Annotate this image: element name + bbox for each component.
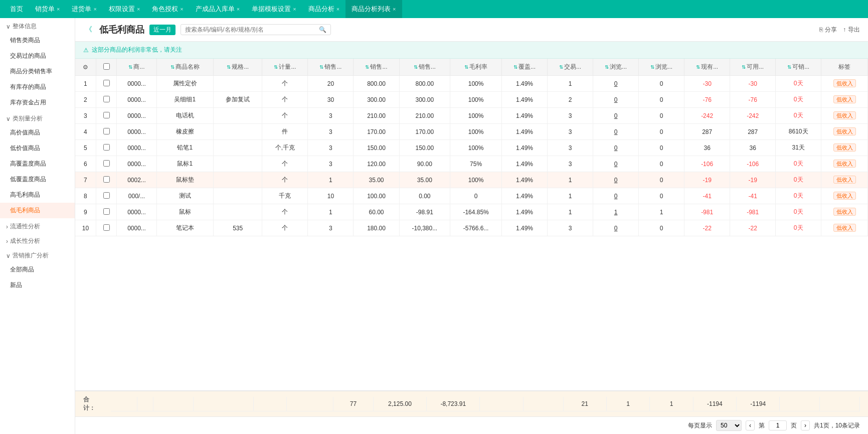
prev-page-btn[interactable]: ‹	[746, 420, 755, 430]
row-checkbox[interactable]	[96, 76, 117, 92]
nav-close-template-settings[interactable]: ×	[293, 6, 296, 12]
row-checkbox[interactable]	[96, 92, 117, 108]
sidebar-collapse-btn[interactable]: 《	[83, 23, 94, 36]
row-browse1[interactable]: 0	[593, 76, 639, 92]
col-stock-current[interactable]: ⇅现有...	[684, 59, 730, 76]
nav-close-permissions[interactable]: ×	[137, 6, 140, 12]
row-checkbox[interactable]	[96, 108, 117, 124]
col-coverage[interactable]: ⇅覆盖...	[502, 59, 548, 76]
sidebar-item-low-value[interactable]: 低价值商品	[0, 140, 75, 156]
row-gross-margin: 100%	[450, 92, 502, 108]
row-checkbox[interactable]	[96, 220, 117, 236]
sidebar-item-low-coverage[interactable]: 低覆盖度商品	[0, 172, 75, 187]
sidebar-item-category-sales-rate[interactable]: 商品分类销售率	[0, 64, 75, 79]
col-sales-qty[interactable]: ⇅销售...	[308, 59, 354, 76]
row-browse1[interactable]: 0	[593, 108, 639, 124]
row-browse1[interactable]: 1	[593, 204, 639, 220]
nav-purchase[interactable]: 进货单 ×	[66, 0, 102, 18]
export-btn[interactable]: ↑ 导出	[843, 26, 860, 34]
top-nav: 首页 销货单 × 进货单 × 权限设置 × 角色授权 × 产成品入库单 × 单据…	[0, 0, 868, 18]
row-num: 9	[75, 204, 96, 220]
col-code[interactable]: ⇅商...	[117, 59, 156, 76]
row-browse1[interactable]: 0	[593, 188, 639, 204]
nav-template-settings[interactable]: 单据模板设置 ×	[246, 0, 302, 18]
col-stock-sell[interactable]: ⇅可销...	[776, 59, 821, 76]
sidebar-group-category-analysis[interactable]: ∨ 类别量分析	[0, 110, 75, 125]
nav-close-sales[interactable]: ×	[57, 6, 60, 12]
row-stock-sell: 31天	[776, 140, 821, 156]
sidebar: ∨ 整体信息 销售类商品 交易过的商品 商品分类销售率 有库存的商品 库存资金占…	[0, 18, 75, 434]
col-name[interactable]: ⇅商品名称	[156, 59, 213, 76]
row-browse1[interactable]: 0	[593, 172, 639, 188]
table-row: 2 0000... 吴细细1 参加复试 个 30 300.00 300.00 1…	[75, 92, 868, 108]
sidebar-item-high-profit[interactable]: 高毛利商品	[0, 187, 75, 203]
per-page-select[interactable]: 50 100 200	[716, 420, 742, 431]
sidebar-item-traded-products[interactable]: 交易过的商品	[0, 48, 75, 64]
row-spec: 535	[214, 220, 262, 236]
nav-role-auth[interactable]: 角色授权 ×	[146, 0, 189, 18]
row-checkbox[interactable]	[96, 156, 117, 172]
nav-close-purchase[interactable]: ×	[93, 6, 96, 12]
row-checkbox[interactable]	[96, 204, 117, 220]
sidebar-group-marketing[interactable]: ∨ 营销推广分析	[0, 247, 75, 262]
sidebar-item-stock-capital[interactable]: 库存资金占用	[0, 95, 75, 110]
select-all-checkbox[interactable]	[103, 63, 110, 70]
row-checkbox[interactable]	[96, 172, 117, 188]
nav-sales[interactable]: 销货单 ×	[29, 0, 66, 18]
row-browse1[interactable]: 0	[593, 124, 639, 140]
col-gear[interactable]: ⚙	[75, 59, 96, 76]
col-checkbox[interactable]	[96, 59, 117, 76]
col-sales-amount[interactable]: ⇅销售...	[354, 59, 399, 76]
nav-close-product-analysis-list[interactable]: ×	[393, 6, 396, 12]
row-stock-current: -242	[684, 108, 730, 124]
col-gross-margin[interactable]: ⇅毛利率	[450, 59, 502, 76]
sidebar-item-low-profit[interactable]: 低毛利商品	[0, 203, 75, 218]
next-page-btn[interactable]: ›	[801, 420, 810, 430]
col-stock-avail[interactable]: ⇅可用...	[730, 59, 776, 76]
sidebar-item-high-value[interactable]: 高价值商品	[0, 125, 75, 140]
row-browse1[interactable]: 0	[593, 220, 639, 236]
row-sales-profit: 800.00	[399, 76, 450, 92]
row-stock-current: -981	[684, 204, 730, 220]
col-sales-profit[interactable]: ⇅销售...	[399, 59, 450, 76]
sidebar-item-stocked-products[interactable]: 有库存的商品	[0, 79, 75, 95]
row-tag: 低收入	[821, 76, 868, 92]
sidebar-item-sales-products[interactable]: 销售类商品	[0, 33, 75, 48]
row-browse1[interactable]: 0	[593, 140, 639, 156]
row-trade-count: 1	[548, 188, 593, 204]
row-browse1[interactable]: 0	[593, 156, 639, 172]
time-tag-btn[interactable]: 近一月	[149, 25, 176, 35]
row-checkbox[interactable]	[96, 124, 117, 140]
row-checkbox[interactable]	[96, 140, 117, 156]
col-browse2[interactable]: ⇅浏览...	[639, 59, 684, 76]
nav-close-product-inbound[interactable]: ×	[237, 6, 240, 12]
row-spec	[214, 204, 262, 220]
row-code: 0000...	[117, 124, 156, 140]
nav-product-analysis-list[interactable]: 商品分析列表 ×	[345, 0, 402, 18]
sidebar-item-high-coverage[interactable]: 高覆盖度商品	[0, 156, 75, 172]
sidebar-item-new-products[interactable]: 新品	[0, 277, 75, 293]
search-input[interactable]	[185, 26, 317, 33]
share-btn[interactable]: ⎘ 分享	[819, 26, 837, 34]
row-checkbox[interactable]	[96, 188, 117, 204]
nav-permissions[interactable]: 权限设置 ×	[103, 0, 146, 18]
col-trade-count[interactable]: ⇅交易...	[548, 59, 593, 76]
per-page-label: 每页显示	[688, 421, 712, 430]
sidebar-group-circulation[interactable]: › 流通性分析	[0, 218, 75, 233]
search-icon[interactable]: 🔍	[319, 26, 326, 33]
sidebar-group-growth[interactable]: › 成长性分析	[0, 233, 75, 247]
nav-product-inbound[interactable]: 产成品入库单 ×	[190, 0, 246, 18]
nav-close-role-auth[interactable]: ×	[180, 6, 183, 12]
sidebar-item-all-products[interactable]: 全部商品	[0, 262, 75, 277]
nav-close-product-analysis[interactable]: ×	[336, 6, 339, 12]
col-browse1[interactable]: ⇅浏览...	[593, 59, 639, 76]
page-input[interactable]	[769, 420, 787, 430]
row-sales-qty: 3	[308, 220, 354, 236]
row-unit: 个	[262, 92, 308, 108]
col-unit[interactable]: ⇅计量...	[262, 59, 308, 76]
row-browse1[interactable]: 0	[593, 92, 639, 108]
col-spec[interactable]: ⇅规格...	[214, 59, 262, 76]
sidebar-group-overall[interactable]: ∨ 整体信息	[0, 18, 75, 33]
nav-home[interactable]: 首页	[4, 0, 29, 18]
nav-product-analysis[interactable]: 商品分析 ×	[302, 0, 345, 18]
